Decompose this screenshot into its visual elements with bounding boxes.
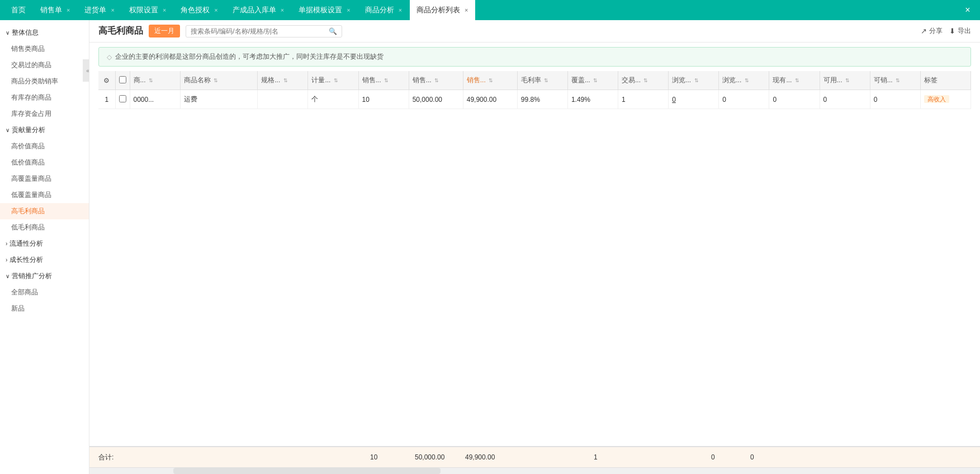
nav-tab-sales-label: 销售单 xyxy=(40,5,62,15)
col-checkbox[interactable] xyxy=(115,71,130,90)
sidebar-item-low-coverage[interactable]: 低覆盖量商品 xyxy=(0,187,89,203)
col-tag-label: 标签 xyxy=(924,76,938,84)
nav-tab-template[interactable]: 单据模板设置 × xyxy=(292,0,357,20)
sidebar-item-stock-capital[interactable]: 库存资金占用 xyxy=(0,106,89,122)
table-container[interactable]: ⚙ 商... ⇅ 商品名称 ⇅ xyxy=(89,71,980,446)
nav-tab-product-in-close[interactable]: × xyxy=(281,7,284,13)
period-button[interactable]: 近一月 xyxy=(149,25,180,37)
row-sales-amount: 50,000.00 xyxy=(409,90,463,109)
sidebar-item-category-rate[interactable]: 商品分类助销率 xyxy=(0,73,89,90)
nav-tab-purchase-label: 进货单 xyxy=(84,5,106,15)
sidebar-collapse-button[interactable]: « xyxy=(83,59,89,82)
col-saleable[interactable]: 可销... ⇅ xyxy=(870,71,920,90)
sidebar-item-traded-goods[interactable]: 交易过的商品 xyxy=(0,57,89,73)
row-browse1[interactable]: 0 xyxy=(669,90,719,109)
group-arrow-growth: › xyxy=(6,257,7,263)
col-code[interactable]: 商... ⇅ xyxy=(130,71,180,90)
row-sales-cost: 49,900.00 xyxy=(463,90,517,109)
sidebar: « ∨ 整体信息 销售类商品 交易过的商品 商品分类助销率 有库存的商品 库存资… xyxy=(0,20,89,474)
sidebar-group-marketing[interactable]: ∨ 营销推广分析 xyxy=(0,268,89,284)
nav-tab-permission-close[interactable]: × xyxy=(163,7,166,13)
export-button[interactable]: ⬇ 导出 xyxy=(949,26,971,36)
sidebar-group-contribution[interactable]: ∨ 贡献量分析 xyxy=(0,122,89,138)
sidebar-group-growth[interactable]: › 成长性分析 xyxy=(0,252,89,268)
sidebar-group-liquidity[interactable]: › 流通性分析 xyxy=(0,236,89,252)
row-num: 1 xyxy=(98,90,115,109)
nav-tab-role-close[interactable]: × xyxy=(214,7,217,13)
footer-current-stock: 0 xyxy=(708,453,747,461)
nav-tab-permission[interactable]: 权限设置 × xyxy=(122,0,173,20)
col-spec[interactable]: 规格... ⇅ xyxy=(258,71,308,90)
col-name-label: 商品名称 xyxy=(184,76,211,84)
row-name: 运费 xyxy=(180,90,258,109)
share-icon: ↗ xyxy=(921,27,927,35)
col-sales-amount[interactable]: 销售... ⇅ xyxy=(409,71,463,90)
nav-tab-sales[interactable]: 销售单 × xyxy=(34,0,77,20)
sidebar-item-in-stock[interactable]: 有库存的商品 xyxy=(0,90,89,106)
col-available[interactable]: 可用... ⇅ xyxy=(820,71,870,90)
select-all-checkbox[interactable] xyxy=(119,76,126,83)
nav-tab-analysis-label: 商品分析 xyxy=(365,5,394,15)
group-label-growth: 成长性分析 xyxy=(10,255,43,265)
nav-tab-template-close[interactable]: × xyxy=(347,7,350,13)
sidebar-group-overall[interactable]: ∨ 整体信息 xyxy=(0,25,89,41)
col-current-stock[interactable]: 现有... ⇅ xyxy=(769,71,820,90)
search-icon[interactable]: 🔍 xyxy=(329,27,337,35)
nav-tab-product-in[interactable]: 产成品入库单 × xyxy=(226,0,291,20)
content-area: 高毛利商品 近一月 🔍 ↗ 分享 ⬇ 导出 ◇ 企业的主要的利润都是这部分商品创… xyxy=(89,20,980,474)
col-gross-rate[interactable]: 毛利率 ⇅ xyxy=(517,71,567,90)
sidebar-item-new-goods[interactable]: 新品 xyxy=(0,301,89,317)
sidebar-item-low-margin[interactable]: 低毛利商品 xyxy=(0,219,89,236)
collapse-icon: « xyxy=(86,68,89,74)
col-coverage[interactable]: 覆盖... ⇅ xyxy=(567,71,618,90)
nav-tab-role[interactable]: 角色授权 × xyxy=(174,0,224,20)
col-name[interactable]: 商品名称 ⇅ xyxy=(180,71,258,90)
sidebar-item-all-goods[interactable]: 全部商品 xyxy=(0,284,89,301)
window-close-button[interactable]: × xyxy=(960,2,976,18)
col-sales-cost-label: 销售... xyxy=(467,76,486,84)
sort-icon-current-stock: ⇅ xyxy=(795,78,799,83)
col-tag: 标签 xyxy=(920,71,970,90)
col-unit[interactable]: 计量... ⇅ xyxy=(308,71,358,90)
sidebar-item-low-value[interactable]: 低价值商品 xyxy=(0,154,89,171)
nav-tab-analysis-close[interactable]: × xyxy=(399,7,402,13)
settings-icon[interactable]: ⚙ xyxy=(103,77,110,85)
nav-tab-home[interactable]: 首页 xyxy=(4,0,32,20)
sidebar-item-high-coverage[interactable]: 高覆盖量商品 xyxy=(0,171,89,187)
row-gross-rate: 99.8% xyxy=(517,90,567,109)
row-select-checkbox[interactable] xyxy=(119,95,126,102)
nav-tab-analysis[interactable]: 商品分析 × xyxy=(358,0,409,20)
search-input[interactable] xyxy=(191,27,325,35)
search-box: 🔍 xyxy=(186,25,342,37)
col-saleable-label: 可销... xyxy=(874,76,893,84)
nav-tab-permission-label: 权限设置 xyxy=(129,5,158,15)
sidebar-item-high-value[interactable]: 高价值商品 xyxy=(0,138,89,154)
bottom-scrollbar[interactable] xyxy=(89,467,980,474)
sidebar-item-high-margin[interactable]: 高毛利商品 xyxy=(0,203,89,219)
footer-totals: 合计: 10 50,000.00 49,900.00 1 0 0 xyxy=(89,446,980,467)
browse1-link[interactable]: 0 xyxy=(672,96,676,104)
col-spec-label: 规格... xyxy=(261,76,280,84)
col-browse2[interactable]: 浏览... ⇅ xyxy=(719,71,769,90)
nav-tab-purchase-close[interactable]: × xyxy=(111,7,114,13)
col-available-label: 可用... xyxy=(823,76,842,84)
col-browse1[interactable]: 浏览... ⇅ xyxy=(669,71,719,90)
nav-tab-sales-close[interactable]: × xyxy=(67,7,70,13)
sidebar-item-sales-goods[interactable]: 销售类商品 xyxy=(0,41,89,57)
col-settings[interactable]: ⚙ xyxy=(98,71,115,90)
sort-icon-coverage: ⇅ xyxy=(593,78,598,83)
nav-tab-purchase[interactable]: 进货单 × xyxy=(78,0,121,20)
group-label-overall: 整体信息 xyxy=(12,28,39,37)
nav-tab-analysis-list[interactable]: 商品分析列表 × xyxy=(410,0,475,20)
nav-tab-analysis-list-close[interactable]: × xyxy=(465,7,468,13)
content-header: 高毛利商品 近一月 🔍 ↗ 分享 ⬇ 导出 xyxy=(89,20,980,43)
page-title: 高毛利商品 xyxy=(98,25,143,37)
col-sales-qty[interactable]: 销售... ⇅ xyxy=(358,71,409,90)
group-arrow-overall: ∨ xyxy=(6,30,10,36)
share-button[interactable]: ↗ 分享 xyxy=(921,26,943,36)
row-checkbox[interactable] xyxy=(115,90,130,109)
row-sales-qty: 10 xyxy=(358,90,409,109)
info-icon: ◇ xyxy=(107,53,112,61)
col-sales-cost[interactable]: 销售... ⇅ xyxy=(463,71,517,90)
col-transaction[interactable]: 交易... ⇅ xyxy=(618,71,669,90)
